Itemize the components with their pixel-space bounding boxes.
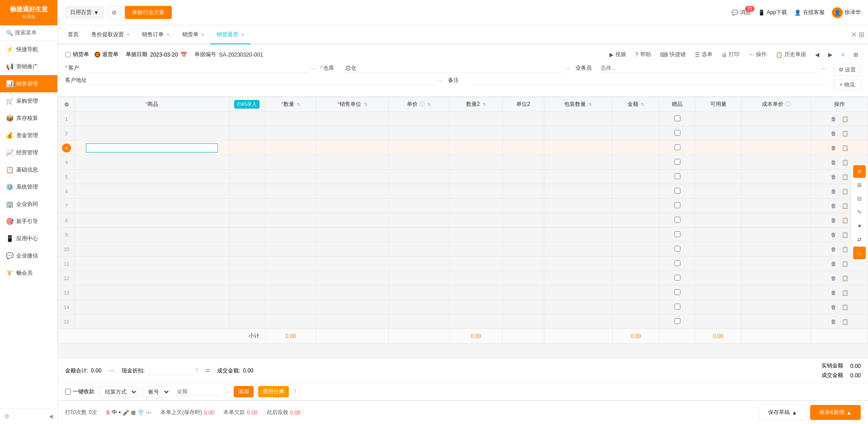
float-minus-icon[interactable]: ⊟ — [853, 192, 866, 205]
delete-row-btn[interactable]: 🗑 — [829, 244, 839, 254]
copy-row-btn[interactable]: 📋 — [840, 201, 850, 211]
float-star-icon[interactable]: ★ — [853, 219, 866, 232]
qty-cell[interactable] — [265, 271, 316, 286]
price-cell[interactable] — [389, 199, 449, 213]
sidebar-item-system[interactable]: ⚙️ 系统管理 — [0, 178, 57, 195]
prev-btn[interactable]: ◀ — [812, 51, 822, 59]
cash-discount-input[interactable] — [147, 367, 193, 375]
product-cell[interactable] — [75, 213, 229, 228]
copy-row-btn[interactable]: 📋 — [840, 215, 850, 225]
delete-row-btn[interactable]: 🗑 — [829, 114, 839, 124]
unit2-cell[interactable] — [502, 228, 544, 242]
experience-button[interactable]: 体验行业方案 — [125, 6, 172, 19]
gift-cell[interactable] — [660, 300, 695, 314]
pack-cell[interactable] — [544, 141, 612, 155]
app-download-item[interactable]: 📱 App下载 — [758, 9, 787, 16]
settings-icon[interactable]: ⚙ — [5, 413, 9, 419]
price-cell[interactable] — [389, 300, 449, 314]
amount-cell[interactable] — [612, 213, 660, 228]
tab-sales-invoice-close[interactable]: × — [201, 32, 204, 37]
message-item[interactable]: 💬 消息 70 — [731, 9, 751, 16]
unit-cell[interactable] — [316, 257, 389, 271]
qty2-cell[interactable] — [449, 286, 502, 300]
qty-cell[interactable] — [265, 112, 316, 126]
price-cell[interactable] — [389, 141, 449, 155]
unit2-cell[interactable] — [502, 141, 544, 155]
unit2-cell[interactable] — [502, 213, 544, 228]
tab-sales-order[interactable]: 销售订单 × — [136, 25, 175, 44]
product-cell[interactable] — [75, 155, 229, 170]
gift-cell[interactable] — [660, 126, 695, 141]
unit-cell[interactable] — [316, 286, 389, 300]
tab-sales-return-close[interactable]: × — [241, 32, 244, 37]
warehouse-dots-btn[interactable]: ··· — [566, 65, 571, 72]
qty2-cell[interactable] — [449, 199, 502, 213]
qty-cell[interactable] — [265, 314, 316, 329]
sidebar-item-sales-mgmt[interactable]: 📊 销售管理 — [0, 75, 57, 92]
unit2-cell[interactable] — [502, 126, 544, 141]
unit-cell[interactable] — [316, 155, 389, 170]
unit2-cell[interactable] — [502, 184, 544, 199]
customer-addr-input[interactable] — [90, 76, 435, 85]
float-grid-icon[interactable]: ⊞ — [853, 179, 866, 191]
product-cell[interactable] — [75, 286, 229, 300]
unit2-cell[interactable] — [502, 170, 544, 184]
pack-cell[interactable] — [544, 286, 612, 300]
product-cell[interactable] — [75, 271, 229, 286]
product-cell[interactable] — [75, 242, 229, 257]
customer-dots-btn[interactable]: ··· — [311, 65, 316, 72]
sidebar-item-purchase-mgmt[interactable]: 🛒 采购管理 — [0, 92, 57, 110]
product-cell[interactable] — [75, 126, 229, 141]
unit2-cell[interactable] — [502, 242, 544, 257]
radio-return[interactable]: 退货单 — [94, 51, 118, 58]
amount-cell[interactable] — [612, 126, 660, 141]
amount-cell[interactable] — [612, 271, 660, 286]
sidebar-item-enterprise-wechat[interactable]: 💬 企业微信 — [0, 247, 57, 264]
amount-sort-icon[interactable]: ⇅ — [641, 102, 644, 107]
pack-cell[interactable] — [544, 112, 612, 126]
pack-cell[interactable] — [544, 213, 612, 228]
pack-cell[interactable] — [544, 314, 612, 329]
qty2-cell[interactable] — [449, 141, 502, 155]
unit-cell[interactable] — [316, 228, 389, 242]
product-cell[interactable] — [75, 300, 229, 314]
scan-enter-btn[interactable]: 扫码录入 — [234, 100, 259, 109]
qty2-cell[interactable] — [449, 126, 502, 141]
pack-cell[interactable] — [544, 257, 612, 271]
unit2-cell[interactable] — [502, 112, 544, 126]
qty-cell[interactable] — [265, 300, 316, 314]
gift-checkbox[interactable] — [675, 318, 680, 324]
copy-row-btn[interactable]: 📋 — [840, 157, 850, 167]
online-service-item[interactable]: 👤 在线客服 — [794, 9, 825, 16]
amount-cell[interactable] — [612, 228, 660, 242]
unit2-cell[interactable] — [502, 199, 544, 213]
qty2-cell[interactable] — [449, 170, 502, 184]
delete-row-btn[interactable]: 🗑 — [829, 143, 839, 153]
tab-price-settings[interactable]: 售价提取设置 × — [85, 25, 136, 44]
pack-cell[interactable] — [544, 184, 612, 199]
amount-cell[interactable] — [612, 242, 660, 257]
copy-row-btn[interactable]: 📋 — [840, 302, 850, 312]
gift-checkbox[interactable] — [675, 173, 680, 179]
sidebar-item-operations[interactable]: 📈 经营管理 — [0, 144, 57, 161]
qty-sort-icon[interactable]: ⇅ — [297, 102, 300, 107]
sidebar-item-finance[interactable]: 💰 资金管理 — [0, 127, 57, 144]
delete-row-btn[interactable]: 🗑 — [829, 201, 839, 211]
sidebar-item-inventory[interactable]: 📦 库存核算 — [0, 110, 57, 127]
delete-row-btn[interactable]: 🗑 — [829, 230, 839, 240]
product-cell[interactable] — [75, 170, 229, 184]
unit2-cell[interactable] — [502, 155, 544, 170]
qty-cell[interactable] — [265, 155, 316, 170]
account-select[interactable]: 账号 — [142, 386, 170, 397]
tab-sales-order-close[interactable]: × — [166, 32, 169, 37]
unit-cell[interactable] — [316, 170, 389, 184]
gift-checkbox[interactable] — [675, 202, 680, 208]
delete-row-btn[interactable]: 🗑 — [829, 186, 839, 196]
copy-row-btn[interactable]: 📋 — [840, 317, 850, 327]
tab-home[interactable]: 首页 — [61, 25, 85, 44]
gift-cell[interactable] — [660, 184, 695, 199]
save-new-button[interactable]: 保存&新增 ▲ — [810, 405, 861, 420]
unit2-cell[interactable] — [502, 286, 544, 300]
gift-cell[interactable] — [660, 257, 695, 271]
gift-checkbox[interactable] — [675, 275, 680, 281]
